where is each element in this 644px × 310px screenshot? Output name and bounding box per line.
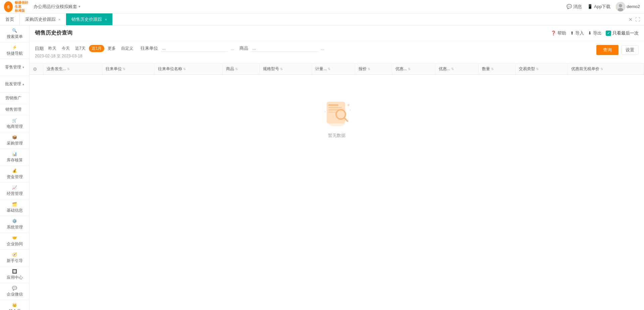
- tab-sales-history-label: 销售历史价跟踪: [71, 16, 102, 22]
- sidebar-item-ecommerce[interactable]: 🛒 电商管理: [0, 115, 29, 132]
- sidebar-marketing-label: 营销推广: [5, 95, 21, 101]
- date-btn-7days[interactable]: 近7天: [73, 45, 88, 52]
- svg-point-15: [324, 111, 326, 112]
- sidebar-item-guide[interactable]: 🧭 新手引导: [0, 250, 29, 266]
- th-product[interactable]: 商品 ⇅: [223, 63, 260, 75]
- th-trade-type[interactable]: 交易类型 ⇅: [515, 63, 568, 75]
- sidebar-item-appcenter[interactable]: 🔲 应用中心: [0, 266, 29, 283]
- date-btn-1month[interactable]: 近1月: [89, 45, 105, 52]
- date-btn-more[interactable]: 更多: [106, 45, 118, 52]
- main-layout: 🔍 搜索菜单 ⚡ 快捷导航 零售管理 ▾ 批发管理 ▴ 营销推广 销售管理 🛒 …: [0, 25, 644, 310]
- sidebar-item-quicknav[interactable]: ⚡ 快捷导航: [0, 42, 29, 59]
- table-header-row: ⚙ 业务发生... ⇅ 往来单位: [30, 63, 644, 75]
- sidebar: 🔍 搜索菜单 ⚡ 快捷导航 零售管理 ▾ 批发管理 ▴ 营销推广 销售管理 🛒 …: [0, 25, 30, 310]
- user-name: demo2: [627, 4, 640, 9]
- product-filter-group: 商品 ...: [239, 45, 324, 52]
- sidebar-item-wholesale[interactable]: 批发管理 ▴: [0, 76, 29, 93]
- filter-settings-button[interactable]: 设置: [621, 45, 639, 55]
- sidebar-item-wechat[interactable]: 💬 企业微信: [0, 283, 29, 300]
- empty-illustration: [320, 95, 354, 128]
- th-price[interactable]: 报价 ⇅: [355, 63, 392, 75]
- th-quantity[interactable]: 数量 ⇅: [479, 63, 516, 75]
- svg-point-3: [619, 4, 622, 7]
- app-download-button[interactable]: 📱 App下载: [587, 4, 610, 10]
- tab-purchase-history-close[interactable]: ×: [58, 17, 60, 21]
- page-header-actions: ❓ 帮助 ⬆ 导入 ⬇ 导出 ✓ 只看最后一次: [551, 30, 639, 36]
- sidebar-item-sales[interactable]: 销售管理: [0, 104, 29, 115]
- sidebar-item-finance[interactable]: 💰 资金管理: [0, 166, 29, 183]
- th-discount1[interactable]: 优惠... ⇅: [392, 63, 435, 75]
- sidebar-basicinfo-label: 基础信息: [7, 208, 23, 213]
- sidebar-item-search[interactable]: 🔍 搜索菜单: [0, 25, 29, 42]
- sort-price-icon: ⇅: [368, 67, 370, 71]
- tab-sales-history[interactable]: 销售历史价跟踪 ×: [66, 13, 112, 25]
- page-header: 销售历史价查询 ❓ 帮助 ⬆ 导入 ⬇ 导出 ✓: [30, 25, 644, 41]
- th-settings: ⚙: [30, 63, 43, 75]
- inventory-icon: 📊: [12, 152, 17, 156]
- product-filter-input[interactable]: [251, 45, 318, 52]
- guide-icon: 🧭: [12, 252, 17, 257]
- th-partner-name[interactable]: 往来单位名称 ⇅: [154, 63, 222, 75]
- window-close-icon[interactable]: ✕: [629, 17, 633, 22]
- retail-expand-icon: ▾: [22, 65, 24, 69]
- sidebar-item-purchase[interactable]: 📦 采购管理: [0, 132, 29, 149]
- date-btn-today[interactable]: 今天: [60, 45, 72, 52]
- import-button[interactable]: ⬆ 导入: [570, 30, 584, 36]
- sidebar-item-basicinfo[interactable]: 🗂️ 基础信息: [0, 199, 29, 216]
- help-button[interactable]: ❓ 帮助: [551, 30, 566, 36]
- date-filter-label: 日期: [35, 46, 44, 52]
- sidebar-item-retail[interactable]: 零售管理 ▾: [0, 59, 29, 76]
- tab-purchase-history-label: 采购历史价跟踪: [25, 16, 56, 22]
- sidebar-inventory-label: 库存核算: [7, 157, 23, 163]
- sidebar-purchase-label: 采购管理: [7, 141, 23, 146]
- date-btn-yesterday[interactable]: 昨天: [46, 45, 58, 52]
- th-unit[interactable]: 计量... ⇅: [312, 63, 355, 75]
- management-icon: 📈: [12, 185, 17, 190]
- th-partner-code[interactable]: 往来单位 ⇅: [102, 63, 154, 75]
- svg-rect-8: [328, 107, 342, 108]
- date-option-buttons: 昨天 今天 近7天 近1月 更多 自定义: [46, 45, 135, 52]
- tab-spacer: [113, 13, 625, 25]
- table-header: ⚙ 业务发生... ⇅ 往来单位: [30, 63, 644, 75]
- sidebar-system-label: 系统管理: [7, 224, 23, 230]
- tab-home[interactable]: 首页: [0, 13, 20, 25]
- query-button[interactable]: 查询: [596, 45, 619, 55]
- th-discount2[interactable]: 优惠... ⇅: [435, 63, 479, 75]
- tab-purchase-history[interactable]: 采购历史价跟踪 ×: [20, 13, 66, 25]
- svg-point-13: [347, 104, 350, 106]
- table-settings-gear-icon[interactable]: ⚙: [33, 66, 37, 72]
- export-button[interactable]: ⬇ 导出: [588, 30, 602, 36]
- only-last-toggle[interactable]: ✓ 只看最后一次: [606, 30, 639, 36]
- th-spec[interactable]: 规格型号 ⇅: [259, 63, 312, 75]
- th-pretax-price[interactable]: 优惠前无税单价 ⇅: [568, 63, 644, 75]
- help-icon: ❓: [551, 31, 556, 36]
- page-title: 销售历史价查询: [35, 30, 72, 37]
- header-actions: 💬 消息 📱 App下载 demo2: [567, 2, 640, 11]
- sidebar-item-collab[interactable]: 🤝 企业协同: [0, 233, 29, 250]
- th-biz-date[interactable]: 业务发生... ⇅: [43, 63, 102, 75]
- window-maximize-icon[interactable]: ⛶: [635, 17, 640, 22]
- basicinfo-icon: 🗂️: [12, 202, 17, 207]
- sidebar-item-system[interactable]: ⚙️ 系统管理: [0, 216, 29, 233]
- tab-sales-history-close[interactable]: ×: [105, 17, 107, 21]
- sort-partner-name-icon: ⇅: [183, 67, 186, 71]
- window-controls: ✕ ⛶: [625, 13, 644, 25]
- ecommerce-icon: 🛒: [12, 118, 17, 123]
- app-title-dropdown-icon[interactable]: ▾: [78, 4, 80, 9]
- app-title-text: 办公用品行业模拟账套: [34, 4, 77, 10]
- sidebar-item-marketing[interactable]: 营销推广: [0, 93, 29, 104]
- sidebar-quicknav-label: 快捷导航: [7, 51, 23, 56]
- message-button[interactable]: 💬 消息: [567, 4, 582, 10]
- sidebar-item-member[interactable]: 👑 畅会员: [0, 300, 29, 310]
- user-profile[interactable]: demo2: [616, 2, 640, 11]
- product-filter-label: 商品: [239, 45, 248, 51]
- date-btn-custom[interactable]: 自定义: [119, 45, 135, 52]
- sidebar-item-inventory[interactable]: 📊 库存核算: [0, 149, 29, 166]
- sort-quantity-icon: ⇅: [491, 67, 494, 71]
- member-icon: 👑: [12, 303, 17, 307]
- sidebar-member-label: 畅会员: [9, 308, 21, 310]
- checkbox-checked-icon: ✓: [606, 31, 611, 36]
- app-title-area: 办公用品行业模拟账套 ▾: [34, 4, 564, 10]
- sidebar-item-management[interactable]: 📈 经营管理: [0, 183, 29, 199]
- partner-filter-input[interactable]: [161, 45, 228, 52]
